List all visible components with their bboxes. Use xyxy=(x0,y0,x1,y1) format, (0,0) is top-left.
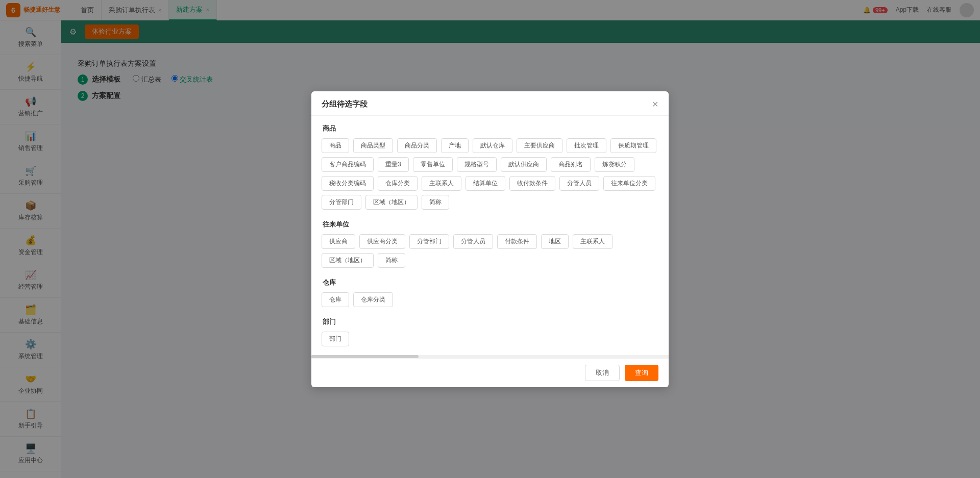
field-section-warehouse: 仓库 仓库 仓库分类 xyxy=(322,278,658,307)
field-tag[interactable]: 商品 xyxy=(322,138,349,153)
field-tag[interactable]: 税收分类编码 xyxy=(322,176,374,191)
field-tag[interactable]: 主要供应商 xyxy=(517,138,562,153)
field-tag[interactable]: 商品类型 xyxy=(353,138,393,153)
modal-close-icon[interactable]: ✕ xyxy=(652,99,658,109)
field-tag[interactable]: 仓库 xyxy=(322,292,349,307)
modal-body: 商品 商品 商品类型 商品分类 产地 默认仓库 主要供应商 批次管理 保质期管理… xyxy=(311,116,669,356)
field-tag[interactable]: 默认仓库 xyxy=(473,138,512,153)
field-tag[interactable]: 仓库分类 xyxy=(353,292,393,307)
modal-scrollbar-thumb xyxy=(311,355,419,358)
field-section-department-title: 部门 xyxy=(322,317,658,326)
field-section-product: 商品 商品 商品类型 商品分类 产地 默认仓库 主要供应商 批次管理 保质期管理… xyxy=(322,124,658,210)
field-tag[interactable]: 付款条件 xyxy=(497,234,537,249)
field-tag[interactable]: 收付款条件 xyxy=(509,176,555,191)
field-tag[interactable]: 商品分类 xyxy=(397,138,437,153)
field-tag[interactable]: 分管人员 xyxy=(559,176,599,191)
field-tag[interactable]: 部门 xyxy=(322,332,349,346)
field-tag[interactable]: 默认供应商 xyxy=(501,157,547,172)
field-tag[interactable]: 炼货积分 xyxy=(595,157,634,172)
modal-footer: 取消 查询 xyxy=(311,358,669,387)
field-select-modal: 分组待选字段 ✕ 商品 商品 商品类型 商品分类 产地 默认仓库 主要供应商 批… xyxy=(311,91,669,387)
field-tag[interactable]: 区域（地区） xyxy=(365,195,418,210)
field-tag[interactable]: 地区 xyxy=(541,234,569,249)
field-tag[interactable]: 商品别名 xyxy=(551,157,591,172)
field-tag[interactable]: 主联系人 xyxy=(573,234,612,249)
field-section-warehouse-title: 仓库 xyxy=(322,278,658,287)
field-tag[interactable]: 分管人员 xyxy=(453,234,493,249)
field-tag[interactable]: 客户商品编码 xyxy=(322,157,374,172)
department-field-tags: 部门 xyxy=(322,332,658,346)
field-tag[interactable]: 分管部门 xyxy=(322,195,361,210)
partner-field-tags: 供应商 供应商分类 分管部门 分管人员 付款条件 地区 主联系人 区域（地区） … xyxy=(322,234,658,268)
field-tag[interactable]: 保质期管理 xyxy=(610,138,656,153)
field-tag[interactable]: 往来单位分类 xyxy=(603,176,655,191)
warehouse-field-tags: 仓库 仓库分类 xyxy=(322,292,658,307)
field-tag[interactable]: 简称 xyxy=(378,253,405,268)
field-tag[interactable]: 区域（地区） xyxy=(322,253,374,268)
field-tag[interactable]: 结算单位 xyxy=(465,176,505,191)
confirm-button[interactable]: 查询 xyxy=(625,365,658,381)
field-tag[interactable]: 简称 xyxy=(422,195,449,210)
field-tag[interactable]: 重量3 xyxy=(378,157,409,172)
product-field-tags: 商品 商品类型 商品分类 产地 默认仓库 主要供应商 批次管理 保质期管理 客户… xyxy=(322,138,658,210)
field-tag[interactable]: 主联系人 xyxy=(422,176,461,191)
field-section-partner: 往来单位 供应商 供应商分类 分管部门 分管人员 付款条件 地区 主联系人 区域… xyxy=(322,220,658,268)
field-tag[interactable]: 供应商分类 xyxy=(359,234,405,249)
field-tag[interactable]: 分管部门 xyxy=(409,234,449,249)
field-section-department: 部门 部门 xyxy=(322,317,658,346)
cancel-button[interactable]: 取消 xyxy=(585,365,620,381)
field-tag[interactable]: 规格型号 xyxy=(457,157,497,172)
field-section-partner-title: 往来单位 xyxy=(322,220,658,229)
field-tag[interactable]: 批次管理 xyxy=(567,138,606,153)
field-section-product-title: 商品 xyxy=(322,124,658,133)
modal-header: 分组待选字段 ✕ xyxy=(311,91,669,116)
field-tag[interactable]: 零售单位 xyxy=(413,157,453,172)
modal-title: 分组待选字段 xyxy=(322,99,368,109)
field-tag[interactable]: 产地 xyxy=(441,138,469,153)
modal-scrollbar-horizontal[interactable] xyxy=(311,355,669,358)
field-tag[interactable]: 供应商 xyxy=(322,234,355,249)
field-tag[interactable]: 仓库分类 xyxy=(378,176,418,191)
